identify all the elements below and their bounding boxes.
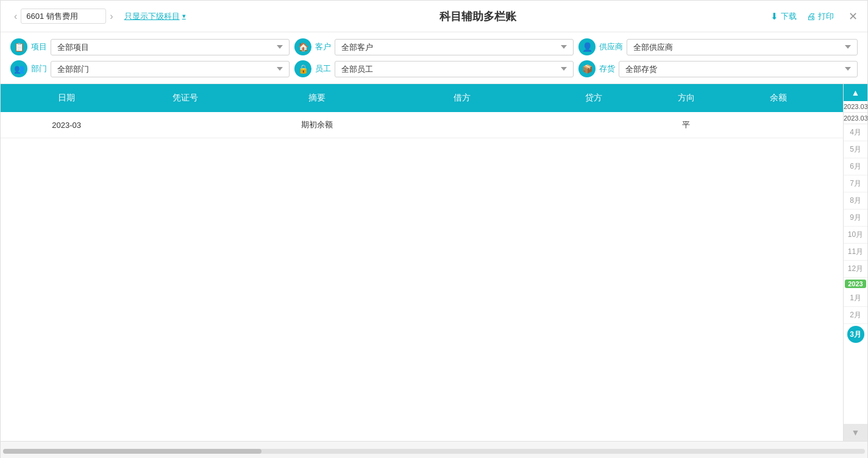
- print-button[interactable]: 🖨 打印: [806, 11, 834, 22]
- filter-inventory: 📦 存货 全部存货: [578, 60, 858, 77]
- cell-voucher: [132, 112, 238, 138]
- header: ‹ › 只显示下级科目 ▾ 科目辅助多栏账 ⬇ 下载 🖨 打印 ✕: [1, 1, 867, 32]
- main-area: 日期 凭证号 摘要 借方 贷方 方向 余额 2023-03 期初余额: [1, 84, 867, 441]
- col-date: 日期: [1, 84, 132, 112]
- dept-label: 部门: [31, 63, 47, 74]
- horizontal-scrollbar[interactable]: [1, 441, 867, 458]
- project-icon: 📋: [10, 38, 27, 55]
- sidebar-month-6[interactable]: 6月: [844, 158, 867, 175]
- sidebar-month-1[interactable]: 1月: [844, 290, 867, 307]
- download-label: 下载: [781, 11, 797, 22]
- col-summary: 摘要: [238, 84, 396, 112]
- ledger-table: 日期 凭证号 摘要 借方 贷方 方向 余额 2023-03 期初余额: [1, 84, 843, 138]
- dept-select[interactable]: 全部部门: [51, 61, 290, 77]
- sidebar-selected-top[interactable]: 2023.03: [844, 101, 867, 113]
- filter-employee: 🔒 员工 全部员工: [294, 60, 574, 77]
- print-icon: 🖨: [806, 11, 816, 21]
- sidebar-month-12[interactable]: 12月: [844, 261, 867, 278]
- project-label: 项目: [31, 41, 47, 52]
- right-sidebar: ▲ 2023.03 2023.03 4月 5月 6月 7月 8月 9月 10月 …: [843, 84, 867, 441]
- col-balance: 余额: [713, 84, 843, 112]
- inventory-select[interactable]: 全部存货: [619, 61, 858, 77]
- supplier-select[interactable]: 全部供应商: [627, 39, 858, 55]
- sidebar-month-7[interactable]: 7月: [844, 175, 867, 192]
- next-button[interactable]: ›: [106, 10, 116, 23]
- employee-icon: 🔒: [294, 60, 311, 77]
- supplier-icon: 👤: [578, 38, 596, 55]
- employee-label: 员工: [315, 63, 331, 74]
- sidebar-month-10[interactable]: 10月: [844, 227, 867, 244]
- col-direction: 方向: [660, 84, 713, 112]
- inventory-icon: 📦: [578, 60, 596, 77]
- download-button[interactable]: ⬇ 下载: [770, 11, 797, 22]
- sidebar-month-3-active[interactable]: 3月: [847, 326, 864, 343]
- download-icon: ⬇: [770, 11, 778, 22]
- cell-credit: [528, 112, 660, 138]
- show-sub-label: 只显示下级科目: [124, 11, 180, 22]
- sidebar-year-badge-container: 2023: [844, 278, 867, 290]
- filter-supplier: 👤 供应商 全部供应商: [578, 38, 858, 55]
- cell-direction: 平: [660, 112, 713, 138]
- cell-summary: 期初余额: [238, 112, 396, 138]
- col-debit: 借方: [396, 84, 528, 112]
- filter-customer: 🏠 客户 全部客户: [294, 38, 574, 55]
- sidebar-active-month-container: 3月: [844, 324, 867, 345]
- table-row: 2023-03 期初余额 平: [1, 112, 843, 138]
- scrollbar-track: [3, 449, 865, 454]
- account-code-input[interactable]: [21, 9, 106, 24]
- sidebar-month-5[interactable]: 5月: [844, 141, 867, 158]
- show-sub-button[interactable]: 只显示下级科目 ▾: [124, 11, 186, 22]
- filter-project: 📋 项目 全部项目: [10, 38, 290, 55]
- header-actions: ⬇ 下载 🖨 打印 ✕: [770, 10, 858, 23]
- sidebar-month-4[interactable]: 4月: [844, 124, 867, 141]
- filter-dept: 👥 部门 全部部门: [10, 60, 290, 77]
- page-title: 科目辅助多栏账: [186, 9, 770, 24]
- sidebar-up-chevron[interactable]: ▲: [844, 84, 867, 101]
- close-button[interactable]: ✕: [848, 10, 858, 23]
- filters-section: 📋 项目 全部项目 🏠 客户 全部客户 👤 供应商 全部供应商 👥 部门 全: [1, 32, 867, 84]
- cell-balance: [713, 112, 843, 138]
- sidebar-down-chevron[interactable]: ▼: [844, 424, 867, 441]
- dept-icon: 👥: [10, 60, 27, 77]
- customer-select[interactable]: 全部客户: [335, 39, 574, 55]
- sidebar-month-9[interactable]: 9月: [844, 210, 867, 227]
- cell-debit: [396, 112, 528, 138]
- sidebar-month-2[interactable]: 2月: [844, 307, 867, 324]
- scrollbar-thumb[interactable]: [3, 449, 261, 454]
- inventory-label: 存货: [599, 63, 615, 74]
- sidebar-month-11[interactable]: 11月: [844, 244, 867, 261]
- employee-select[interactable]: 全部员工: [335, 61, 574, 77]
- sidebar-year-badge[interactable]: 2023: [845, 280, 866, 288]
- sidebar-month-8[interactable]: 8月: [844, 192, 867, 210]
- customer-label: 客户: [315, 41, 331, 52]
- col-credit: 贷方: [528, 84, 660, 112]
- main-window: ‹ › 只显示下级科目 ▾ 科目辅助多栏账 ⬇ 下载 🖨 打印 ✕ 📋 项目 全: [0, 0, 868, 458]
- project-select[interactable]: 全部项目: [51, 39, 290, 55]
- col-voucher: 凭证号: [132, 84, 238, 112]
- sidebar-selected-bottom[interactable]: 2023.03: [844, 113, 867, 124]
- customer-icon: 🏠: [294, 38, 311, 55]
- print-label: 打印: [818, 11, 834, 22]
- supplier-label: 供应商: [599, 41, 623, 52]
- prev-button[interactable]: ‹: [10, 10, 21, 23]
- table-container[interactable]: 日期 凭证号 摘要 借方 贷方 方向 余额 2023-03 期初余额: [1, 84, 843, 441]
- cell-date: 2023-03: [1, 112, 132, 138]
